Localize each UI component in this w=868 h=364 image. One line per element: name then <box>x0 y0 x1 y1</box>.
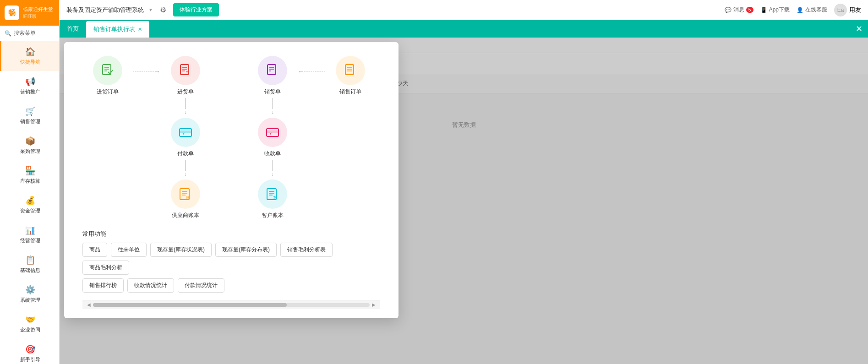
sidebar-item-marketing[interactable]: 📢 营销推广 <box>0 71 59 101</box>
purchase-bill-circle <box>171 56 200 85</box>
flow-node-receipt[interactable]: ￥ 收款单 <box>247 118 298 158</box>
scrollbar-thumb[interactable] <box>93 303 287 307</box>
cf-btn-sales-rank[interactable]: 销售排行榜 <box>82 278 124 293</box>
sales-icon: 🛒 <box>25 106 35 116</box>
arrow-purchase-h: → <box>133 68 160 84</box>
flow-node-sales-order[interactable]: 销售订单 <box>325 56 376 96</box>
online-service-button[interactable]: 👤 在线客服 <box>797 6 827 14</box>
tab-sales-order[interactable]: 销售订单执行表 ✕ <box>86 21 149 38</box>
supplier-circle: 账 <box>171 179 200 209</box>
modal-overlay: 进货订单 → <box>60 38 868 364</box>
scrollbar-row: ◀ ▶ <box>82 300 380 309</box>
logo-icon: 畅 <box>5 5 19 20</box>
cf-btn-product-margin[interactable]: 商品毛利分析 <box>82 261 129 275</box>
scroll-left-icon[interactable]: ◀ <box>87 302 91 307</box>
sidebar-item-quick-nav[interactable]: 🏠 快捷导航 <box>0 41 59 71</box>
system-dropdown[interactable]: ▼ <box>148 7 153 12</box>
arrow-sales-h: ← <box>298 68 325 84</box>
marketing-icon: 📢 <box>25 76 35 87</box>
sales-order-icon <box>344 64 357 77</box>
main-area: 装备及固定资产辅助管理系统 ▼ ⚙ 体验行业方案 💬 消息 5 📱 App下载 … <box>60 0 868 364</box>
svg-rect-22 <box>267 130 278 133</box>
cf-btn-sales-margin[interactable]: 销售毛利分析表 <box>280 243 333 257</box>
sidebar-item-sys-mgmt[interactable]: ⚙️ 系统管理 <box>0 279 59 309</box>
sidebar-nav: 🏠 快捷导航 📢 营销推广 🛒 销售管理 📦 采购管理 🏪 库存核算 💰 <box>0 41 59 364</box>
system-title: 装备及固定资产辅助管理系统 <box>66 6 144 14</box>
customer-icon: 本 <box>266 187 279 201</box>
download-icon: 📱 <box>760 7 767 13</box>
customer-circle: 本 <box>258 179 287 209</box>
scroll-right-icon[interactable]: ▶ <box>372 302 376 307</box>
sales-bill-icon <box>266 64 279 77</box>
sales-bill-circle <box>258 56 287 85</box>
sidebar-item-finance[interactable]: 💰 资金管理 <box>0 190 59 220</box>
common-functions: 常用功能 商品 往来单位 现存量(库存状况表) 现存量(库存分布表) 销售毛利分… <box>82 230 380 293</box>
flow-arrow-down-sales: ↓ <box>247 98 298 115</box>
purchase-order-circle <box>93 56 122 85</box>
common-functions-title: 常用功能 <box>82 230 380 238</box>
supplier-icon: 账 <box>179 187 192 201</box>
purchase-bill-icon <box>179 64 192 77</box>
svg-text:￥: ￥ <box>269 132 272 135</box>
sidebar-item-newbie[interactable]: 🎯 新手引导 <box>0 339 59 364</box>
sidebar-item-inventory[interactable]: 🏪 库存核算 <box>0 160 59 190</box>
svg-text:本: 本 <box>273 196 277 200</box>
search-menu[interactable]: 🔍 搜索菜单 <box>0 26 59 41</box>
modal-body: 进货订单 → <box>64 42 399 318</box>
sidebar-item-enterprise[interactable]: 🤝 企业协同 <box>0 309 59 339</box>
receipt-icon: ￥ <box>266 125 279 139</box>
inventory-icon: 🏪 <box>25 166 35 176</box>
purchase-icon: 📦 <box>25 136 35 146</box>
cf-btn-stock-dist[interactable]: 现存量(库存分布表) <box>215 243 277 257</box>
message-badge: 5 <box>746 7 753 13</box>
svg-text:账: 账 <box>186 196 190 200</box>
cf-btn-stock-status[interactable]: 现存量(库存状况表) <box>150 243 212 257</box>
flow-row-arrows-down-2: ↓ ↓ <box>160 160 380 177</box>
operation-icon: 📊 <box>25 225 35 235</box>
sidebar-item-sales[interactable]: 🛒 销售管理 <box>0 101 59 130</box>
payment-circle: ￥ <box>171 118 200 147</box>
finance-icon: 💰 <box>25 196 35 206</box>
settings-icon[interactable]: ⚙ <box>160 5 166 14</box>
flow-modal: 进货订单 → <box>64 42 399 318</box>
tab-close-icon[interactable]: ✕ <box>138 27 142 33</box>
search-icon: 🔍 <box>5 30 11 37</box>
flow-row-2: ￥ 付款单 <box>82 118 380 158</box>
topbar: 装备及固定资产辅助管理系统 ▼ ⚙ 体验行业方案 💬 消息 5 📱 App下载 … <box>60 0 868 20</box>
sidebar-item-purchase[interactable]: 📦 采购管理 <box>0 130 59 160</box>
cf-btn-receipt-stat[interactable]: 收款情况统计 <box>127 278 174 293</box>
service-icon: 👤 <box>797 7 803 13</box>
home-icon: 🏠 <box>25 47 35 57</box>
flow-node-payment[interactable]: ￥ 付款单 <box>160 118 211 158</box>
scrollbar-track[interactable] <box>93 303 370 307</box>
flow-node-sales-bill[interactable]: 销货单 <box>247 56 298 96</box>
newbie-icon: 🎯 <box>25 344 35 354</box>
common-function-buttons-2: 销售排行榜 收款情况统计 付款情况统计 <box>82 278 380 293</box>
message-button[interactable]: 💬 消息 5 <box>725 6 753 14</box>
close-all-tabs-button[interactable]: ✕ <box>850 24 868 34</box>
flow-node-purchase-bill[interactable]: 进货单 <box>160 56 211 96</box>
cf-btn-product[interactable]: 商品 <box>82 243 107 257</box>
try-industry-button[interactable]: 体验行业方案 <box>173 3 219 16</box>
svg-rect-14 <box>345 65 354 75</box>
svg-rect-19 <box>180 130 191 133</box>
flow-row-1: 进货订单 → <box>82 56 380 96</box>
payment-icon: ￥ <box>179 125 192 139</box>
enterprise-icon: 🤝 <box>25 315 35 325</box>
sidebar-item-basic-info[interactable]: 📋 基础信息 <box>0 250 59 279</box>
flow-node-purchase-order[interactable]: 进货订单 <box>82 56 133 96</box>
tab-home[interactable]: 首页 <box>60 20 86 38</box>
sidebar-item-operation[interactable]: 📊 经营管理 <box>0 220 59 250</box>
dropdown-arrow-icon: ▼ <box>148 7 153 12</box>
svg-rect-10 <box>267 65 276 75</box>
sys-mgmt-icon: ⚙️ <box>25 285 35 295</box>
flow-node-supplier[interactable]: 账 供应商账本 <box>160 179 211 219</box>
flow-node-customer[interactable]: 本 客户账本 <box>247 179 298 219</box>
flow-row-3: 账 供应商账本 <box>82 179 380 219</box>
tabbar: 首页 销售订单执行表 ✕ ✕ <box>60 20 868 38</box>
cf-btn-counterparty[interactable]: 往来单位 <box>111 243 147 257</box>
user-area[interactable]: Ea 用友 <box>834 4 861 16</box>
message-icon: 💬 <box>725 7 732 13</box>
cf-btn-payment-stat[interactable]: 付款情况统计 <box>178 278 224 293</box>
app-download-button[interactable]: 📱 App下载 <box>760 6 790 14</box>
